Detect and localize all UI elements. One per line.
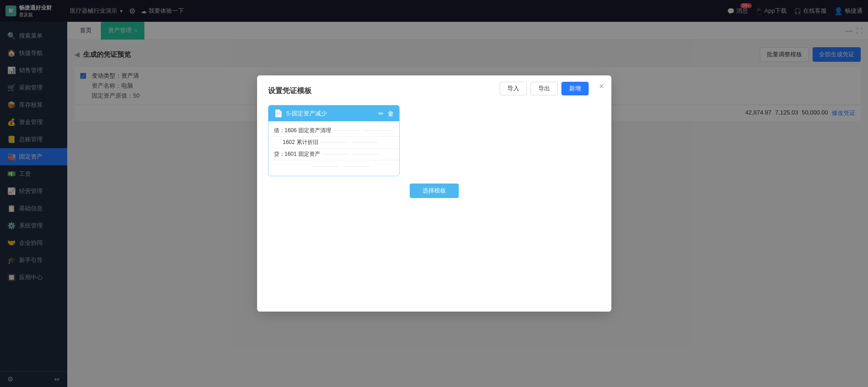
template-row-2: 1602 累计折旧 <box>268 137 399 149</box>
debit-label-2: 1602 累计折旧 <box>274 139 318 146</box>
template-name: 5-固定资产减少 <box>287 109 327 118</box>
page-content: ◀ 生成的凭证预览 批量调整模板 全部生成凭证 变动类型：资产清 <box>67 40 868 387</box>
col-debit-4 <box>312 166 339 167</box>
col-credit-4 <box>343 166 370 167</box>
template-card: 📄 5-固定资产减少 ✏ 🗑 借：1606 固定资产清理 <box>268 105 400 176</box>
export-button[interactable]: 导出 <box>531 82 558 95</box>
template-body: 借：1606 固定资产清理 1602 累计折旧 <box>268 121 399 176</box>
modal-header-actions: 导入 导出 新增 <box>500 82 589 95</box>
col-credit-2 <box>351 142 378 143</box>
content-area: 首页 资产管理 × — ⛶ ◀ 生成的凭证预览 <box>67 22 868 387</box>
col-debit-3 <box>322 154 349 154</box>
debit-label-1: 借：1606 固定资产清理 <box>274 127 331 134</box>
modal-overlay: 设置凭证模板 导入 导出 新增 × 📄 5- <box>67 40 868 387</box>
select-template-button[interactable]: 选择模板 <box>410 184 459 198</box>
template-row-1: 借：1606 固定资产清理 <box>268 125 399 137</box>
template-edit-icon[interactable]: ✏ <box>378 110 384 117</box>
template-card-header: 📄 5-固定资产减少 ✏ 🗑 <box>268 105 399 121</box>
col-credit-1 <box>364 130 391 131</box>
credit-label-3: 贷：1601 固定资产 <box>274 150 320 158</box>
template-row-4 <box>268 160 399 172</box>
col-debit-2 <box>320 142 347 143</box>
col-debit-1 <box>333 130 360 131</box>
template-delete-icon[interactable]: 🗑 <box>387 110 394 117</box>
modal-close-icon[interactable]: × <box>599 82 604 91</box>
import-button[interactable]: 导入 <box>500 82 527 95</box>
new-button[interactable]: 新增 <box>561 82 589 95</box>
template-doc-icon: 📄 <box>274 109 283 118</box>
template-header-left: 📄 5-固定资产减少 <box>274 109 327 118</box>
col-credit-3 <box>353 154 380 154</box>
template-header-actions: ✏ 🗑 <box>378 110 394 117</box>
template-row-3: 贷：1601 固定资产 <box>268 149 399 160</box>
modal-set-template: 设置凭证模板 导入 导出 新增 × 📄 5- <box>257 75 611 312</box>
